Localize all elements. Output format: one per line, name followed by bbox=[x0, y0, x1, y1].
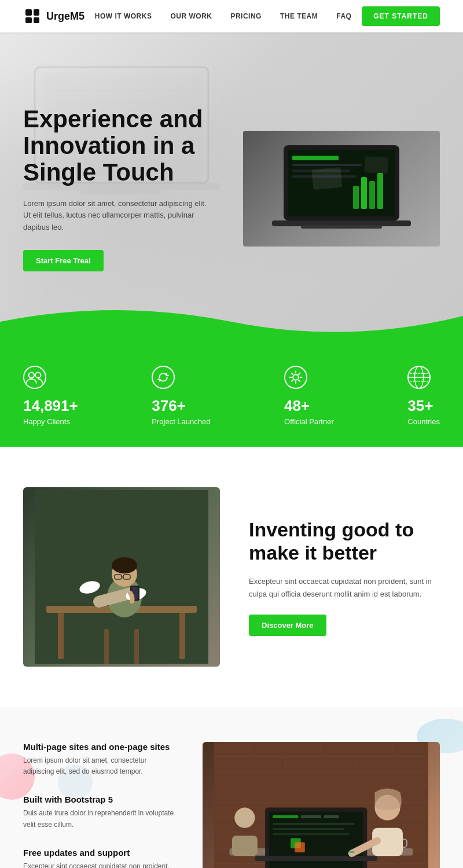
nav-link-faq[interactable]: FAQ bbox=[336, 12, 351, 20]
svg-point-24 bbox=[152, 366, 174, 388]
nav-link-pricing[interactable]: PRICING bbox=[230, 12, 262, 20]
stat-happy-clients-number: 14,891+ bbox=[23, 397, 78, 415]
svg-rect-9 bbox=[292, 156, 339, 160]
stat-official-partner: 48+ Official Partner bbox=[284, 366, 334, 426]
features-image bbox=[203, 742, 440, 868]
svg-rect-77 bbox=[255, 856, 377, 861]
svg-rect-84 bbox=[349, 851, 354, 853]
svg-rect-76 bbox=[295, 842, 305, 852]
hero-content: Experience and Innovation in a Single To… bbox=[23, 106, 220, 271]
svg-point-85 bbox=[234, 808, 255, 828]
svg-rect-18 bbox=[301, 225, 382, 229]
svg-point-42 bbox=[112, 557, 137, 573]
stat-official-partner-label: Official Partner bbox=[284, 417, 334, 426]
svg-rect-14 bbox=[361, 177, 367, 209]
logo-icon bbox=[23, 7, 42, 25]
brand-name: UrgeM5 bbox=[46, 10, 84, 23]
stat-happy-clients-label: Happy Clients bbox=[23, 417, 70, 426]
stat-project-launched-label: Project Launched bbox=[152, 417, 210, 426]
svg-rect-16 bbox=[377, 173, 383, 209]
features-section: Multi-page sites and one-page sites Lore… bbox=[0, 707, 463, 868]
hero-title: Experience and Innovation in a Single To… bbox=[23, 106, 220, 186]
feature-multipage-title: Multi-page sites and one-page sites bbox=[23, 742, 179, 752]
nav-link-our-work[interactable]: OUR WORK bbox=[170, 12, 212, 20]
about-text: Excepteur sint occaecat cupidatat non pr… bbox=[249, 575, 440, 601]
stat-project-launched: 376+ Project Launched bbox=[152, 366, 210, 426]
features-list: Multi-page sites and one-page sites Lore… bbox=[23, 742, 179, 868]
hero-cta-button[interactable]: Start Free Treal bbox=[23, 250, 104, 271]
svg-point-25 bbox=[285, 366, 307, 388]
discover-more-button[interactable]: Discover More bbox=[249, 615, 326, 636]
globe-icon bbox=[407, 366, 431, 391]
stat-countries-label: Countries bbox=[407, 417, 440, 426]
svg-point-21 bbox=[24, 366, 46, 388]
svg-point-26 bbox=[293, 374, 299, 380]
users-icon bbox=[23, 366, 46, 391]
about-content: Inventing good to make it better Excepte… bbox=[249, 518, 440, 637]
svg-rect-13 bbox=[353, 186, 359, 209]
svg-rect-36 bbox=[134, 629, 139, 664]
features-img-placeholder bbox=[203, 742, 440, 868]
features-illustration bbox=[214, 742, 428, 868]
nav-link-the-team[interactable]: THE TEAM bbox=[280, 12, 318, 20]
nav-links: HOW IT WORKS OUR WORK PRICING THE TEAM F… bbox=[95, 12, 352, 20]
svg-rect-34 bbox=[179, 613, 185, 659]
feature-item-updates: Free updates and support Excepteur sint … bbox=[23, 848, 179, 868]
svg-rect-73 bbox=[273, 828, 344, 830]
svg-rect-74 bbox=[273, 833, 349, 836]
feature-updates-desc: Excepteur sint occaecat cupidatat non pr… bbox=[23, 861, 179, 868]
person-illustration bbox=[35, 490, 208, 664]
svg-rect-69 bbox=[273, 815, 298, 818]
brand-logo[interactable]: UrgeM5 bbox=[23, 7, 84, 25]
refresh-icon bbox=[152, 366, 175, 391]
about-title: Inventing good to make it better bbox=[249, 518, 440, 565]
stat-countries-number: 35+ bbox=[407, 397, 433, 415]
navbar: UrgeM5 HOW IT WORKS OUR WORK PRICING THE… bbox=[0, 0, 463, 32]
svg-point-23 bbox=[35, 372, 41, 378]
hero-laptop-visual bbox=[243, 131, 440, 247]
about-image bbox=[23, 487, 220, 667]
about-section: Inventing good to make it better Excepte… bbox=[0, 447, 463, 707]
feature-bootstrap-desc: Duis aute irure dolor in reprehenderit i… bbox=[23, 808, 179, 830]
feature-updates-title: Free updates and support bbox=[23, 848, 179, 858]
svg-rect-33 bbox=[58, 613, 64, 659]
get-started-button[interactable]: GET STARTED bbox=[362, 6, 440, 26]
svg-rect-71 bbox=[324, 815, 339, 818]
svg-rect-86 bbox=[232, 836, 258, 856]
hero-wave-svg bbox=[0, 299, 463, 345]
hero-subtitle: Lorem ipsum dolor sit amet, consectetur … bbox=[23, 198, 208, 234]
hero-image bbox=[243, 131, 440, 247]
feature-bootstrap-title: Built with Bootstrap 5 bbox=[23, 795, 179, 804]
svg-point-22 bbox=[29, 372, 35, 378]
hero-laptop-svg bbox=[266, 139, 417, 238]
stat-countries: 35+ Countries bbox=[407, 366, 440, 426]
svg-rect-19 bbox=[312, 167, 343, 190]
stat-happy-clients: 14,891+ Happy Clients bbox=[23, 366, 78, 426]
svg-rect-10 bbox=[292, 164, 362, 166]
about-img-placeholder bbox=[23, 487, 220, 667]
feature-item-bootstrap: Built with Bootstrap 5 Duis aute irure d… bbox=[23, 795, 179, 830]
feature-item-multipage: Multi-page sites and one-page sites Lore… bbox=[23, 742, 179, 777]
svg-rect-70 bbox=[301, 815, 321, 818]
svg-rect-35 bbox=[104, 629, 109, 664]
features-layout: Multi-page sites and one-page sites Lore… bbox=[23, 742, 440, 868]
nav-link-how-it-works[interactable]: HOW IT WORKS bbox=[95, 12, 152, 20]
stats-section: 14,891+ Happy Clients 376+ Project Launc… bbox=[0, 345, 463, 447]
feature-multipage-desc: Lorem ipsum dolor sit amet, consectetur … bbox=[23, 755, 179, 777]
stat-project-launched-number: 376+ bbox=[152, 397, 186, 415]
svg-rect-72 bbox=[273, 823, 354, 825]
svg-rect-20 bbox=[364, 156, 388, 174]
stat-official-partner-number: 48+ bbox=[284, 397, 310, 415]
gear-icon bbox=[284, 366, 307, 391]
svg-rect-15 bbox=[369, 181, 375, 209]
hero-section: Experience and Innovation in a Single To… bbox=[0, 32, 463, 345]
